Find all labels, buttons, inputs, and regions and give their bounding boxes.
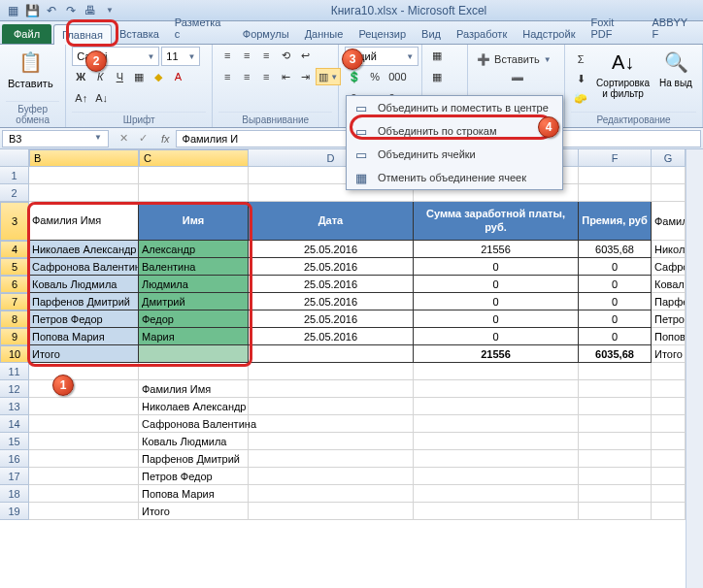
cell[interactable]: Николаев Александр (139, 398, 249, 415)
row-header-5[interactable]: 5 (0, 258, 29, 276)
autosum-icon[interactable]: Σ (571, 50, 590, 68)
cell[interactable]: Итого (652, 345, 686, 363)
cell[interactable] (139, 184, 249, 202)
tab-addins[interactable]: Надстройк (515, 24, 583, 44)
percent-icon[interactable]: % (366, 68, 384, 85)
save-icon[interactable]: 💾 (23, 2, 41, 19)
redo-icon[interactable]: ↷ (62, 2, 80, 19)
cell[interactable] (652, 184, 686, 202)
cell[interactable]: Петров Федор (139, 468, 249, 485)
row-header-2[interactable]: 2 (0, 184, 29, 202)
cell[interactable] (414, 415, 579, 433)
increase-font-icon[interactable]: A↑ (72, 89, 90, 107)
cell[interactable] (579, 468, 652, 485)
border-button[interactable]: ▦ (130, 68, 148, 85)
cell[interactable] (414, 485, 579, 503)
cell[interactable]: 25.05.2016 (249, 328, 414, 345)
cell[interactable] (29, 415, 139, 433)
row-header-12[interactable]: 12 (0, 380, 29, 398)
wrap-text-icon[interactable]: ↩ (296, 47, 314, 64)
merge-button[interactable]: ▥▼ (316, 68, 341, 85)
merge-across-item[interactable]: ▭Объединить по строкам (347, 119, 562, 143)
cond-format-icon[interactable]: ▦ (428, 47, 446, 64)
paste-button[interactable]: 📋 Вставить (6, 47, 55, 91)
align-center-icon[interactable]: ≡ (238, 68, 255, 85)
cell[interactable]: Попова Мария (29, 328, 139, 345)
cell[interactable] (139, 345, 249, 363)
cell[interactable]: Парфенов Дмитрий (29, 293, 139, 310)
row-header-16[interactable]: 16 (0, 450, 29, 468)
cell[interactable] (652, 415, 686, 433)
fx-icon[interactable]: fx (155, 133, 176, 145)
cell[interactable]: Александр (139, 241, 249, 258)
cell[interactable] (139, 167, 249, 184)
tab-layout[interactable]: Разметка с (167, 13, 235, 44)
cell[interactable]: 0 (579, 328, 652, 345)
unmerge-item[interactable]: ▦Отменить объединение ячеек (347, 166, 562, 189)
cell[interactable] (579, 363, 652, 380)
cell[interactable]: Итого (139, 503, 249, 520)
row-header-1[interactable]: 1 (0, 167, 29, 184)
cell[interactable]: Сумма заработной платы, руб. (414, 202, 579, 241)
vertical-scrollbar[interactable] (686, 149, 703, 588)
cell[interactable]: 0 (579, 293, 652, 310)
currency-icon[interactable]: 💲 (345, 68, 364, 85)
thousand-sep-icon[interactable]: 000 (385, 68, 409, 85)
row-header-19[interactable]: 19 (0, 503, 29, 520)
cell[interactable] (579, 450, 652, 468)
cell[interactable] (29, 433, 139, 450)
tab-abbyy[interactable]: ABBYY F (645, 13, 704, 44)
cell[interactable]: Парфено (652, 293, 686, 310)
cell[interactable]: 0 (414, 328, 579, 345)
cell[interactable] (652, 380, 686, 398)
row-header-10[interactable]: 10 (0, 345, 29, 363)
tab-file[interactable]: Файл (2, 24, 51, 44)
format-table-icon[interactable]: ▦ (428, 68, 446, 85)
row-header-14[interactable]: 14 (0, 415, 29, 433)
row-header-11[interactable]: 11 (0, 363, 29, 380)
cell[interactable] (652, 363, 686, 380)
cells-insert-button[interactable]: ➕Вставить▼ (474, 50, 561, 68)
row-header-9[interactable]: 9 (0, 328, 29, 345)
clear-icon[interactable]: 🧽 (571, 89, 590, 107)
row-header-7[interactable]: 7 (0, 293, 29, 310)
cell[interactable] (29, 485, 139, 503)
cell[interactable]: 0 (414, 258, 579, 276)
cell[interactable]: 6035,68 (579, 345, 652, 363)
cell[interactable]: Сафронова Валентина (139, 415, 249, 433)
cell[interactable] (652, 433, 686, 450)
orientation-icon[interactable]: ⟲ (277, 47, 294, 64)
cell[interactable] (579, 415, 652, 433)
col-header-C[interactable]: C (139, 149, 249, 167)
cell[interactable] (579, 433, 652, 450)
tab-foxit[interactable]: Foxit PDF (583, 13, 644, 44)
cell[interactable] (579, 503, 652, 520)
underline-button[interactable]: Ч (111, 68, 128, 85)
row-header-17[interactable]: 17 (0, 468, 29, 485)
cell[interactable]: Коваль Л (652, 276, 686, 293)
row-header-4[interactable]: 4 (0, 241, 29, 258)
cell[interactable]: Дмитрий (139, 293, 249, 310)
cell[interactable]: Фамилия Имя (139, 380, 249, 398)
row-header-3[interactable]: 3 (0, 202, 29, 241)
cell[interactable]: 25.05.2016 (249, 310, 414, 328)
decrease-font-icon[interactable]: A↓ (92, 89, 111, 107)
cell[interactable]: Дата (249, 202, 414, 241)
cell[interactable]: 0 (414, 310, 579, 328)
cell[interactable]: 25.05.2016 (249, 293, 414, 310)
font-color-button[interactable]: A (169, 68, 186, 85)
cell[interactable]: Имя (139, 202, 249, 241)
cell[interactable]: 21556 (414, 241, 579, 258)
cell[interactable] (414, 433, 579, 450)
cell[interactable]: 0 (579, 258, 652, 276)
cell[interactable] (249, 380, 414, 398)
cell[interactable]: Николаев (652, 241, 686, 258)
cell[interactable]: Людмила (139, 276, 249, 293)
col-header-B[interactable]: B (29, 149, 139, 167)
cell[interactable]: 25.05.2016 (249, 241, 414, 258)
cell[interactable]: 0 (414, 293, 579, 310)
tab-review[interactable]: Рецензир (351, 24, 414, 44)
cell[interactable] (414, 450, 579, 468)
row-header-13[interactable]: 13 (0, 398, 29, 415)
cell[interactable]: Коваль Людмила (29, 276, 139, 293)
